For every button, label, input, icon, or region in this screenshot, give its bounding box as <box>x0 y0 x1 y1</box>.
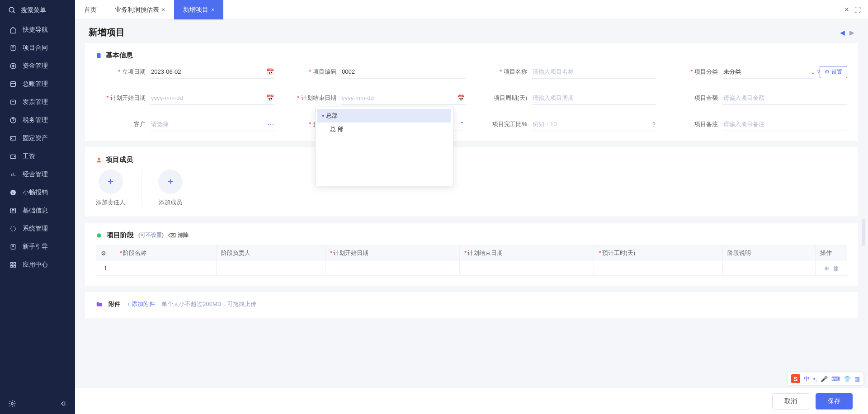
dropdown-item-child[interactable]: 总 部 <box>317 122 451 136</box>
chevron-down-icon[interactable]: ⌄ <box>810 68 816 75</box>
row-number: 1 <box>96 261 115 276</box>
add-owner-button[interactable]: + <box>99 169 123 194</box>
sidebar-item-contract[interactable]: 项目合同 <box>0 39 75 57</box>
info-icon <box>9 207 17 215</box>
ime-toolbox-icon[interactable]: ▦ <box>854 376 860 382</box>
clear-button[interactable]: ⌫清除 <box>168 231 189 239</box>
sidebar-item-label: 税务管理 <box>23 116 48 124</box>
add-attachment-button[interactable]: + 添加附件 <box>127 300 155 308</box>
cell-hours[interactable] <box>594 261 723 276</box>
sidebar-item-guide[interactable]: 新手引导 <box>0 238 75 256</box>
sidebar-footer <box>0 393 75 414</box>
completion-input[interactable] <box>532 118 656 131</box>
chevron-up-icon[interactable]: ⌃ <box>459 121 465 128</box>
invoice-icon <box>9 98 17 106</box>
dropdown-item-parent[interactable]: ▾总部 <box>317 109 451 122</box>
save-button[interactable]: 保存 <box>816 393 853 409</box>
close-icon[interactable]: × <box>162 7 165 13</box>
sidebar-item-label: 资金管理 <box>23 62 48 70</box>
sidebar-item-baseinfo[interactable]: 基础信息 <box>0 202 75 220</box>
proj-category-select[interactable] <box>722 65 815 79</box>
close-icon[interactable]: × <box>211 7 214 13</box>
sidebar-item-system[interactable]: 系统管理 <box>0 220 75 238</box>
svg-point-14 <box>14 156 15 157</box>
more-icon[interactable]: ⋯ <box>268 121 274 128</box>
table-row[interactable]: 1 ⊕🗑 <box>96 261 847 276</box>
sidebar-item-invoice[interactable]: 发票管理 <box>0 93 75 111</box>
calendar-icon[interactable]: 📅 <box>457 94 465 102</box>
plan-end-input[interactable] <box>341 91 466 105</box>
col-gear[interactable]: ⚙ <box>96 245 115 261</box>
page-prev-icon[interactable]: ◀ <box>840 29 845 36</box>
cell-plan-start[interactable] <box>326 261 460 276</box>
close-all-icon[interactable]: × <box>844 5 849 14</box>
sidebar-search[interactable]: 搜索菜单 <box>0 0 75 21</box>
stage-icon <box>96 232 102 239</box>
sidebar-item-assets[interactable]: 固定资产 <box>0 129 75 147</box>
add-member-button[interactable]: + <box>158 169 183 194</box>
tab-profit-report[interactable]: 业务利润预估表× <box>106 0 174 19</box>
settings-button[interactable]: ⚙设置 <box>820 66 847 78</box>
svg-text:C: C <box>12 191 14 195</box>
sidebar-item-business[interactable]: 经营管理 <box>0 165 75 183</box>
page-next-icon[interactable]: ▶ <box>849 29 854 36</box>
stages-card: 项目阶段 (可不设置) ⌫清除 ⚙ 阶段名称 阶段负责人 计划开始日期 计划结束… <box>85 223 858 286</box>
cell-owner[interactable] <box>217 261 326 276</box>
amount-input[interactable] <box>722 91 847 105</box>
expense-icon: C <box>9 188 17 197</box>
sidebar: 搜索菜单 快捷导航 项目合同 资金管理 总账管理 发票管理 税务管理 固定资产 … <box>0 0 75 414</box>
members-card: 项目成员 + 添加责任人 + 添加成员 <box>85 147 858 216</box>
period-input[interactable] <box>532 91 656 105</box>
customer-select[interactable] <box>150 118 275 131</box>
ime-mic-icon[interactable]: 🎤 <box>821 376 828 382</box>
col-owner: 阶段负责人 <box>217 245 326 261</box>
sidebar-search-label: 搜索菜单 <box>21 6 46 14</box>
sidebar-item-label: 系统管理 <box>23 225 48 233</box>
plan-start-input[interactable] <box>150 91 275 105</box>
sidebar-item-ledger[interactable]: 总账管理 <box>0 75 75 93</box>
cancel-button[interactable]: 取消 <box>772 393 809 409</box>
stage-table: ⚙ 阶段名称 阶段负责人 计划开始日期 计划结束日期 预计工时(天) 阶段说明 … <box>96 245 847 276</box>
gear-icon[interactable] <box>8 400 16 408</box>
content-area: 新增项目 ◀ ▶ 基本信息 立项日期 📅 项目编码 项目名称 <box>75 20 868 414</box>
ime-toolbar[interactable]: S 中 •, 🎤 ⌨ 👕 ▦ <box>788 372 863 385</box>
fullscreen-icon[interactable]: ⛶ <box>854 6 861 14</box>
remark-input[interactable] <box>722 118 847 131</box>
svg-point-26 <box>13 245 14 247</box>
sidebar-item-label: 新手引导 <box>23 243 48 251</box>
help-icon[interactable]: ? <box>652 121 656 128</box>
proj-date-input[interactable] <box>150 65 275 79</box>
collapse-icon[interactable] <box>59 400 67 408</box>
sidebar-item-salary[interactable]: 工资 <box>0 147 75 165</box>
calendar-icon[interactable]: 📅 <box>266 94 274 102</box>
field-label: 项目完工比% <box>477 120 532 128</box>
row-ops: ⊕🗑 <box>820 265 842 272</box>
tab-label: 新增项目 <box>183 6 208 14</box>
sidebar-item-label: 快捷导航 <box>23 26 48 34</box>
calendar-icon[interactable]: 📅 <box>266 68 274 75</box>
delete-row-icon[interactable]: 🗑 <box>833 265 839 272</box>
help-icon[interactable]: ? <box>817 69 820 75</box>
sidebar-item-appcenter[interactable]: 应用中心 <box>0 256 75 274</box>
tab-home[interactable]: 首页 <box>75 0 106 19</box>
cell-stage-name[interactable] <box>115 261 217 276</box>
ime-skin-icon[interactable]: 👕 <box>844 376 851 382</box>
scrollbar[interactable] <box>862 219 865 246</box>
sidebar-item-funds[interactable]: 资金管理 <box>0 57 75 75</box>
cell-plan-end[interactable] <box>460 261 594 276</box>
sidebar-item-quicknav[interactable]: 快捷导航 <box>0 21 75 39</box>
tree-toggle-icon[interactable]: ▾ <box>322 113 324 118</box>
ime-lang[interactable]: 中 <box>804 375 810 383</box>
cell-desc[interactable] <box>723 261 816 276</box>
tab-new-project[interactable]: 新增项目× <box>174 0 223 19</box>
sidebar-item-expense[interactable]: C小畅报销 <box>0 183 75 202</box>
proj-name-input[interactable] <box>532 65 656 79</box>
ime-punct-icon[interactable]: •, <box>813 376 817 382</box>
ime-keyboard-icon[interactable]: ⌨ <box>831 376 840 382</box>
tabs-right-controls: × ⛶ <box>844 0 868 19</box>
add-row-icon[interactable]: ⊕ <box>824 265 829 272</box>
tabs-bar: 首页 业务利润预估表× 新增项目× × ⛶ <box>75 0 868 20</box>
sidebar-item-tax[interactable]: 税务管理 <box>0 111 75 129</box>
proj-code-input[interactable] <box>341 65 466 79</box>
eraser-icon: ⌫ <box>168 232 176 239</box>
